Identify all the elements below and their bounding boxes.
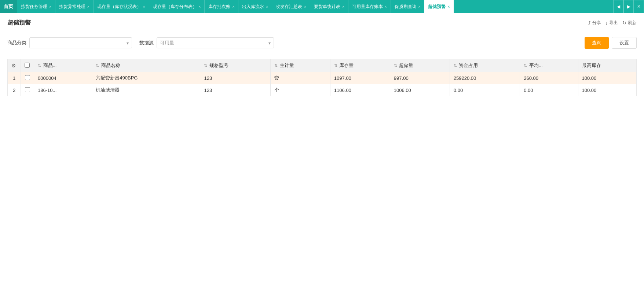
close-icon[interactable]: × — [447, 5, 450, 9]
nav-arrow-left[interactable]: ◀ — [613, 0, 623, 13]
nav-label: 现存量（库存分布表） — [153, 4, 197, 10]
nav-arrows: ◀ ▶ ✕ — [613, 0, 644, 13]
nav-item-home[interactable]: 首页 — [0, 0, 17, 13]
cell-stock: 1097.00 — [330, 72, 390, 84]
nav-item-task-mgmt[interactable]: 拣货任务管理 × — [17, 0, 55, 13]
nav-label: 收发存汇总表 — [276, 4, 302, 10]
refresh-button[interactable]: ↻ 刷新 — [622, 20, 637, 26]
th-unit[interactable]: 主计量 — [270, 59, 330, 72]
page-content: 超储预警 ⤴ 分享 ↓ 导出 ↻ 刷新 商品分类 数据源 — [0, 13, 644, 293]
settings-button[interactable]: 设置 — [612, 37, 637, 49]
export-button[interactable]: ↓ 导出 — [605, 20, 618, 26]
export-label: 导出 — [609, 20, 618, 26]
share-icon: ⤴ — [588, 20, 591, 26]
row-num: 1 — [8, 72, 21, 84]
nav-label: 拣货任务管理 — [21, 4, 47, 10]
nav-label: 要货单统计表 — [314, 4, 340, 10]
category-select[interactable] — [29, 37, 132, 48]
nav-item-abnormal-proc[interactable]: 拣货异常处理 × — [55, 0, 94, 13]
table-row: 2 186-10... 机油滤清器 123 个 1106.00 1006.00 … — [8, 84, 637, 96]
th-spec[interactable]: 规格型号 — [200, 59, 270, 72]
chevron-down-icon — [127, 40, 129, 46]
sort-icon — [524, 63, 528, 68]
cell-spec: 123 — [200, 72, 270, 84]
close-icon[interactable]: × — [385, 5, 387, 9]
th-avg[interactable]: 平均... — [520, 59, 578, 72]
cell-product-code: 186-10... — [34, 84, 92, 96]
th-label: 规格型号 — [209, 63, 228, 68]
sort-icon — [454, 63, 458, 68]
nav-home-label: 首页 — [4, 3, 13, 10]
cell-avg: 260.00 — [520, 72, 578, 84]
nav-item-inout-flow[interactable]: 出入库流水 × — [238, 0, 272, 13]
close-icon[interactable]: × — [418, 5, 421, 9]
row-checkbox[interactable] — [25, 75, 30, 80]
th-capital[interactable]: 资金占用 — [450, 59, 520, 72]
cell-overstock: 1006.00 — [390, 84, 450, 96]
share-button[interactable]: ⤴ 分享 — [588, 20, 601, 26]
table-row: 1 0000004 六配套新昌490BPG 123 套 1097.00 997.… — [8, 72, 637, 84]
nav-item-inventory-dist[interactable]: 现存量（库存分布表） × — [149, 0, 205, 13]
row-checkbox[interactable] — [25, 87, 30, 92]
export-icon: ↓ — [605, 20, 608, 26]
nav-arrow-right[interactable]: ▶ — [623, 0, 634, 13]
nav-label: 现存量（库存状况表） — [97, 4, 141, 10]
datasource-select-value: 可用量 — [160, 40, 174, 46]
th-label: 资金占用 — [459, 63, 478, 68]
th-product-name[interactable]: 商品名称 — [92, 59, 200, 72]
cell-unit: 个 — [270, 84, 330, 96]
sort-icon — [394, 63, 398, 68]
cell-capital: 0.00 — [450, 84, 520, 96]
filter-actions: 查询 设置 — [585, 37, 637, 49]
nav-item-inventory-status[interactable]: 现存量（库存状况表） × — [94, 0, 149, 13]
sort-icon — [38, 63, 42, 68]
gear-icon — [11, 63, 16, 68]
close-icon[interactable]: × — [342, 5, 344, 9]
page-title: 超储预警 — [7, 19, 31, 27]
nav-item-available-ledger[interactable]: 可用量库存账本 × — [348, 0, 391, 13]
top-nav: 首页 拣货任务管理 × 拣货异常处理 × 现存量（库存状况表） × 现存量（库存… — [0, 0, 644, 13]
nav-label: 拣货异常处理 — [59, 4, 85, 10]
th-stock[interactable]: 库存量 — [330, 59, 390, 72]
th-product-code[interactable]: 商品... — [34, 59, 92, 72]
query-button[interactable]: 查询 — [585, 37, 609, 49]
sort-icon — [96, 63, 100, 68]
row-checkbox-cell — [21, 84, 34, 96]
nav-item-order-stats[interactable]: 要货单统计表 × — [310, 0, 348, 13]
nav-item-collect-summary[interactable]: 收发存汇总表 × — [272, 0, 310, 13]
cell-unit: 套 — [270, 72, 330, 84]
th-overstock[interactable]: 超储量 — [390, 59, 450, 72]
filter-bar: 商品分类 数据源 可用量 查询 设置 — [7, 33, 637, 53]
category-label: 商品分类 — [7, 40, 26, 46]
sort-icon — [334, 63, 338, 68]
sort-icon — [274, 63, 278, 68]
nav-label: 保质期查询 — [395, 4, 417, 10]
th-label: 最高库存 — [582, 63, 601, 68]
row-checkbox-cell — [21, 72, 34, 84]
close-icon[interactable]: × — [304, 5, 306, 9]
close-icon[interactable]: × — [87, 5, 89, 9]
data-table: 商品... 商品名称 规格型号 主计量 库存量 — [7, 59, 637, 96]
close-icon[interactable]: × — [266, 5, 268, 9]
close-icon[interactable]: × — [143, 5, 145, 9]
datasource-select[interactable]: 可用量 — [157, 37, 274, 48]
th-gear[interactable] — [8, 59, 21, 72]
nav-item-quality-check[interactable]: 保质期查询 × — [391, 0, 425, 13]
nav-label: 可用量库存账本 — [352, 4, 383, 10]
nav-item-batch-ledger[interactable]: 库存批次账 × — [205, 0, 238, 13]
page-header: 超储预警 ⤴ 分享 ↓ 导出 ↻ 刷新 — [7, 19, 637, 27]
nav-arrow-close[interactable]: ✕ — [634, 0, 644, 13]
cell-product-name: 六配套新昌490BPG — [92, 72, 200, 84]
close-icon[interactable]: × — [199, 5, 201, 9]
close-icon[interactable]: × — [49, 5, 51, 9]
th-label: 主计量 — [280, 63, 294, 68]
row-num: 2 — [8, 84, 21, 96]
nav-item-overstock-alert[interactable]: 超储预警 × — [424, 0, 454, 13]
datasource-label: 数据源 — [139, 40, 154, 46]
cell-avg: 0.00 — [520, 84, 578, 96]
chevron-down-icon — [268, 40, 271, 46]
cell-overstock: 997.00 — [390, 72, 450, 84]
select-all-checkbox[interactable] — [25, 63, 30, 68]
cell-product-code: 0000004 — [34, 72, 92, 84]
close-icon[interactable]: × — [232, 5, 234, 9]
